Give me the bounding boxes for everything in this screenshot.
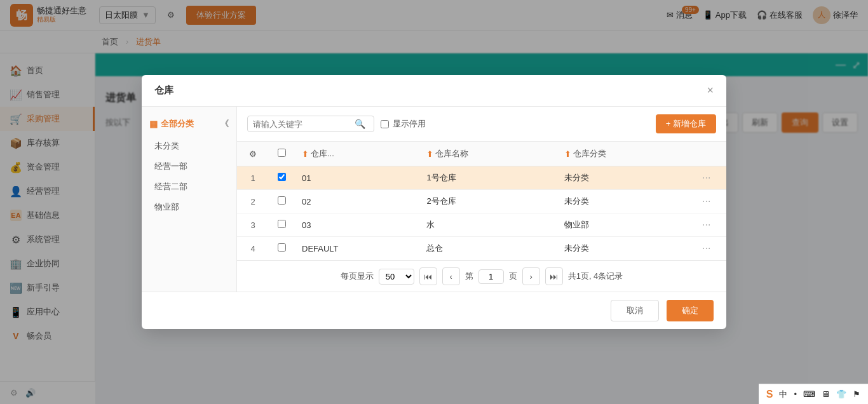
row-name: 2号仓库 (419, 190, 557, 213)
col-category-label: 仓库分类 (573, 148, 606, 159)
row-dots: ··· (695, 190, 726, 213)
row-dots: ··· (695, 237, 726, 260)
status-icon-dot: • (794, 389, 797, 399)
cat-label-unclassified: 未分类 (154, 141, 179, 151)
cat-label-dept2: 经营二部 (154, 182, 187, 191)
col-name: ⬆ 仓库名称 (419, 142, 557, 166)
page-label-2: 页 (509, 271, 517, 282)
row-index: 4 (237, 237, 269, 260)
cat-label-property: 物业部 (154, 202, 179, 212)
table-row[interactable]: 3 03 水 物业部 ··· (237, 213, 726, 237)
all-category-label[interactable]: 全部分类 (161, 118, 194, 130)
warehouse-table: ⚙ ⬆ 仓库... (237, 142, 726, 260)
status-icon-zh: 中 (779, 389, 787, 400)
table-row[interactable]: 1 01 1号仓库 未分类 ··· (237, 166, 726, 190)
row-checkbox[interactable] (278, 196, 286, 205)
last-page-button[interactable]: ⏭ (545, 267, 563, 285)
row-checkbox[interactable] (278, 173, 286, 181)
modal-body: ▦ 全部分类 《 未分类 经营一部 经营二部 物业部 (142, 107, 726, 292)
first-page-button[interactable]: ⏮ (419, 267, 437, 285)
row-checkbox-cell (269, 166, 294, 190)
row-name: 1号仓库 (419, 166, 557, 190)
search-icon: 🔍 (355, 119, 365, 129)
pagination-bar: 每页显示 50 10 20 100 ⏮ ‹ 第 页 › ⏭ 共1页, 4条记录 (237, 260, 726, 292)
table-row[interactable]: 4 DEFAULT 总仓 未分类 ··· (237, 237, 726, 260)
col-name-label: 仓库名称 (435, 148, 468, 159)
cat-label-dept1: 经营一部 (154, 161, 187, 171)
next-page-button[interactable]: › (522, 267, 540, 285)
modal-title: 仓库 (154, 84, 173, 97)
confirm-button[interactable]: 确定 (667, 300, 714, 321)
row-checkbox[interactable] (278, 243, 286, 252)
sidebar-cat-dept2[interactable]: 经营二部 (142, 177, 236, 197)
status-icon-s: S (766, 389, 773, 400)
col-checkbox (269, 142, 294, 166)
grid-icon: ▦ (149, 119, 158, 129)
row-checkbox[interactable] (278, 220, 286, 228)
row-index: 2 (237, 190, 269, 213)
total-info: 共1页, 4条记录 (568, 271, 623, 282)
modal-sidebar: ▦ 全部分类 《 未分类 经营一部 经营二部 物业部 (142, 107, 237, 292)
row-code: 01 (294, 166, 419, 190)
status-icon-keyboard[interactable]: ⌨ (803, 389, 815, 399)
collapse-icon[interactable]: 《 (220, 118, 229, 130)
table-row[interactable]: 2 02 2号仓库 未分类 ··· (237, 190, 726, 213)
cancel-button[interactable]: 取消 (611, 300, 659, 321)
row-name: 水 (419, 213, 557, 237)
page-label: 第 (465, 271, 473, 282)
col-code: ⬆ 仓库... (294, 142, 419, 166)
table-header-row: ⚙ ⬆ 仓库... (237, 142, 726, 166)
modal-sidebar-header: ▦ 全部分类 《 (142, 114, 236, 136)
warehouse-modal: 仓库 × ▦ 全部分类 《 未分类 经营一部 (142, 75, 726, 329)
row-code: 02 (294, 190, 419, 213)
modal-action-footer: 取消 确定 (142, 292, 726, 329)
row-index: 3 (237, 213, 269, 237)
add-warehouse-button[interactable]: + 新增仓库 (656, 114, 716, 133)
modal-header: 仓库 × (142, 75, 726, 107)
sidebar-cat-property[interactable]: 物业部 (142, 197, 236, 217)
modal-overlay: 仓库 × ▦ 全部分类 《 未分类 经营一部 (0, 0, 868, 404)
page-size-label: 每页显示 (341, 271, 374, 282)
status-icon-monitor[interactable]: 🖥 (822, 389, 830, 399)
sidebar-cat-dept1[interactable]: 经营一部 (142, 156, 236, 177)
col-category: ⬆ 仓库分类 (557, 142, 695, 166)
col-code-label: 仓库... (311, 148, 334, 159)
row-checkbox-cell (269, 213, 294, 237)
sidebar-cat-unclassified[interactable]: 未分类 (142, 136, 236, 156)
modal-close-button[interactable]: × (707, 84, 714, 97)
row-category: 物业部 (557, 213, 695, 237)
settings-col-icon: ⚙ (249, 149, 257, 159)
row-dots: ··· (695, 213, 726, 237)
page-input[interactable] (478, 269, 504, 284)
sort-name-icon: ⬆ (426, 149, 433, 159)
col-actions (695, 142, 726, 166)
show-disabled-checkbox[interactable] (381, 120, 389, 128)
page-size-select[interactable]: 50 10 20 100 (379, 269, 414, 285)
col-settings: ⚙ (237, 142, 269, 166)
sort-cat-icon: ⬆ (564, 149, 571, 159)
row-category: 未分类 (557, 190, 695, 213)
row-checkbox-cell (269, 190, 294, 213)
search-input[interactable] (253, 119, 355, 129)
sort-icon: ⬆ (302, 149, 309, 159)
row-checkbox-cell (269, 237, 294, 260)
row-category: 未分类 (557, 166, 695, 190)
search-box[interactable]: 🔍 (247, 116, 374, 132)
show-disabled-label: 显示停用 (393, 118, 426, 130)
status-bar: S 中 • ⌨ 🖥 👕 ⚑ (759, 384, 868, 404)
row-name: 总仓 (419, 237, 557, 260)
status-icon-flag: ⚑ (853, 389, 860, 399)
prev-page-button[interactable]: ‹ (442, 267, 460, 285)
row-index: 1 (237, 166, 269, 190)
row-code: DEFAULT (294, 237, 419, 260)
modal-toolbar: 🔍 显示停用 + 新增仓库 (237, 107, 726, 142)
row-dots: ··· (695, 166, 726, 190)
show-disabled-wrap: 显示停用 (381, 118, 426, 130)
modal-main: 🔍 显示停用 + 新增仓库 ⚙ (237, 107, 726, 292)
row-code: 03 (294, 213, 419, 237)
row-category: 未分类 (557, 237, 695, 260)
status-icon-shirt: 👕 (836, 389, 846, 399)
select-all-checkbox[interactable] (278, 149, 286, 157)
